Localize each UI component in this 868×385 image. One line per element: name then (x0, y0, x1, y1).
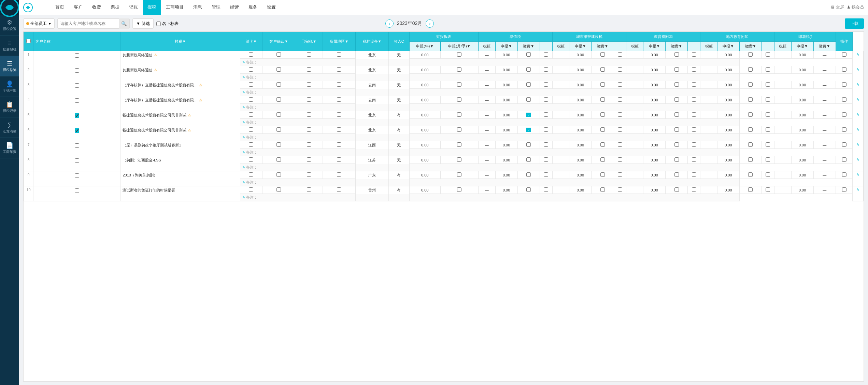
cell-checkbox[interactable] (457, 112, 461, 117)
action-cell[interactable]: ✎ (853, 111, 864, 126)
nav-item-fee[interactable]: 收费 (87, 0, 106, 15)
cell-checkbox[interactable] (249, 187, 253, 192)
note-edit-icon[interactable]: ✎ (242, 105, 245, 109)
note-edit-icon[interactable]: ✎ (242, 166, 245, 169)
edit-icon[interactable]: ✎ (856, 98, 859, 102)
cell-checkbox[interactable] (618, 67, 622, 72)
sidebar-item-gongshangnianb[interactable]: 📄 工商年报 (0, 138, 19, 158)
cell-checkbox[interactable] (276, 52, 281, 57)
cell-checkbox[interactable] (600, 52, 605, 57)
edit-icon[interactable]: ✎ (856, 128, 859, 132)
cell-checkbox[interactable] (600, 172, 605, 177)
cell-checkbox[interactable] (766, 127, 770, 132)
cell-checkbox[interactable] (307, 97, 311, 102)
action-cell[interactable]: ✎ (853, 66, 864, 81)
cell-checkbox[interactable] (692, 142, 696, 147)
prev-month-button[interactable]: ‹ (385, 19, 394, 28)
row-checkbox-cell[interactable] (33, 81, 120, 96)
cell-checkbox[interactable] (276, 112, 281, 117)
cell-checkbox[interactable] (618, 52, 622, 57)
th-local-jf[interactable]: 缴费▼ (739, 42, 762, 51)
cell-checkbox[interactable] (526, 67, 531, 72)
cell-checkbox[interactable] (748, 97, 753, 102)
edit-icon[interactable]: ✎ (856, 188, 859, 192)
row-checkbox-cell[interactable] (33, 66, 120, 81)
warn-icon[interactable]: ⚠ (188, 113, 191, 117)
nav-item-settings[interactable]: 设置 (262, 0, 281, 15)
cell-checkbox[interactable] (618, 157, 622, 162)
row-checkbox[interactable] (75, 98, 79, 103)
note-edit-icon[interactable]: ✎ (242, 136, 245, 139)
nav-item-manage[interactable]: 管理 (207, 0, 225, 15)
nav-item-business[interactable]: 工商项目 (161, 0, 188, 15)
th-city-sb[interactable]: 申报▼ (569, 42, 592, 51)
row-checkbox[interactable] (75, 128, 79, 133)
cell-checkbox[interactable] (600, 157, 605, 162)
cell-checkbox[interactable] (276, 157, 281, 162)
cell-checkbox[interactable] (674, 67, 679, 72)
cell-checkbox[interactable] (766, 172, 770, 177)
cell-checkbox[interactable] (748, 82, 753, 87)
cell-checkbox[interactable] (249, 112, 253, 117)
cell-checkbox[interactable] (276, 67, 281, 72)
row-checkbox-cell[interactable] (33, 156, 120, 171)
cell-checkbox[interactable] (674, 172, 679, 177)
note-edit-icon[interactable]: ✎ (242, 75, 245, 79)
th-local-sb[interactable]: 申报▼ (717, 42, 739, 51)
warn-icon[interactable]: ⚠ (188, 128, 191, 132)
cell-checkbox[interactable] (766, 52, 770, 57)
search-button[interactable]: 🔍 (119, 18, 129, 29)
cell-checkbox[interactable] (337, 67, 341, 72)
cell-checkbox[interactable] (692, 112, 696, 117)
cell-checkbox[interactable] (337, 97, 341, 102)
tax-table-wrapper[interactable]: 客户名称 抄税▼ 清卡▼ 客户确认▼ 已完税▼ 所属地区▼ 税控设备▼ 收入C … (23, 31, 864, 382)
cell-checkbox[interactable] (618, 127, 622, 132)
cell-checkbox[interactable] (457, 127, 461, 132)
action-cell[interactable]: ✎ (853, 96, 864, 111)
cell-checkbox[interactable] (748, 112, 753, 117)
cell-checkbox[interactable] (457, 142, 461, 147)
row-checkbox[interactable] (75, 113, 79, 118)
cell-checkbox[interactable] (748, 127, 753, 132)
cell-checkbox[interactable] (674, 97, 679, 102)
cell-checkbox[interactable] (618, 142, 622, 147)
cell-checkbox[interactable] (618, 97, 622, 102)
th-chaoshui[interactable]: 抄税▼ (120, 32, 240, 51)
cell-checkbox[interactable] (842, 142, 846, 147)
cell-checkbox[interactable] (600, 112, 605, 117)
cell-checkbox[interactable] (748, 187, 753, 192)
cell-checkbox[interactable] (544, 172, 548, 177)
cell-checkbox[interactable] (307, 157, 311, 162)
th-vat-jf[interactable]: 缴费▼ (517, 42, 540, 51)
row-checkbox-cell[interactable] (33, 96, 120, 111)
sidebar-item-geshuishenb[interactable]: 👤 个税申报 (0, 76, 19, 97)
cell-checkbox[interactable] (842, 157, 846, 162)
cell-checkbox[interactable] (748, 172, 753, 177)
sidebar-item-piliangbaoshui[interactable]: ≡ 批量报税 (0, 35, 19, 56)
cell-checkbox[interactable] (249, 157, 253, 162)
row-checkbox-cell[interactable] (33, 186, 120, 201)
cell-checkbox[interactable] (249, 82, 253, 87)
cell-checkbox[interactable] (307, 52, 311, 57)
cell-checkbox[interactable] (618, 82, 622, 87)
cell-checkbox[interactable] (692, 187, 696, 192)
cell-checkbox[interactable] (766, 82, 770, 87)
action-cell[interactable]: ✎ (853, 156, 864, 171)
sidebar-item-huisuanqingjiao[interactable]: ∑ 汇算清缴 (0, 117, 19, 138)
search-input[interactable] (58, 19, 119, 28)
cell-checkbox[interactable] (842, 127, 846, 132)
warn-icon[interactable]: ⚠ (199, 83, 202, 87)
cell-checkbox[interactable] (307, 127, 311, 132)
cell-checkbox[interactable] (457, 67, 461, 72)
cell-checkbox[interactable] (457, 157, 461, 162)
cell-checkbox[interactable] (457, 97, 461, 102)
action-cell[interactable]: ✎ (853, 81, 864, 96)
th-qingka[interactable]: 清卡▼ (240, 32, 262, 51)
action-cell[interactable]: ✎ (853, 171, 864, 186)
sidebar-item-baoshuizonglan[interactable]: ☰ 报税总览 (0, 56, 19, 76)
row-checkbox[interactable] (75, 173, 79, 178)
cell-checkbox[interactable] (307, 142, 311, 147)
cell-checkbox[interactable] (600, 187, 605, 192)
cell-checkbox[interactable] (618, 112, 622, 117)
edit-icon[interactable]: ✎ (856, 143, 859, 147)
